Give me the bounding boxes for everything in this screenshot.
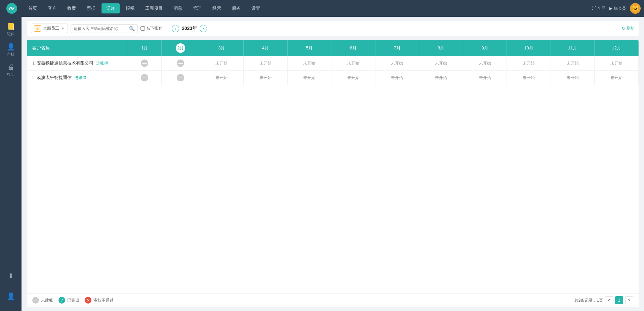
legend-not-created-label: 未建账 (41, 298, 53, 303)
audit-icon: 👤 (7, 43, 15, 51)
table-body: 1安徽畅捷通信息技术有限公司进账簿——未开始未开始未开始未开始未开始未开始未开始… (27, 56, 639, 85)
row-0-month-2: — (162, 56, 200, 71)
logo (3, 3, 20, 14)
nav-customer[interactable]: 客户 (43, 3, 61, 13)
search-input[interactable] (74, 26, 128, 31)
completed-icon: ✓ (58, 297, 65, 304)
row-1-month-6: 未开始 (331, 71, 375, 85)
row-name: 漠澳太平畅捷通信 (37, 75, 72, 80)
entry-link[interactable]: 进账簿 (96, 61, 108, 66)
download-icon: ⬇ (8, 272, 14, 280)
vip-button[interactable]: ▶ 畅会员 (609, 6, 626, 11)
legend-rejected-label: 审核不通过 (93, 298, 114, 303)
not-created-icon: — (32, 297, 39, 304)
row-0-month-6: 未开始 (331, 56, 375, 71)
row-0-month-7: 未开始 (375, 56, 419, 71)
current-month-circle: 2月 (176, 43, 185, 53)
content-area: 全 全部员工 ▼ 🔍 名下账套 ‹ 2023年 › ↻ 刷新 (22, 17, 644, 311)
nav-business[interactable]: 工商项目 (140, 3, 167, 13)
row-0-month-10: 未开始 (507, 56, 551, 71)
col-sep: 9月 (463, 40, 507, 56)
legend-not-created: — 未建账 (32, 297, 53, 304)
avatar[interactable]: 🐱 (630, 3, 641, 14)
col-name: 客户名称 (27, 40, 128, 56)
col-jul: 7月 (375, 40, 419, 56)
col-may: 5月 (287, 40, 331, 56)
nav-manage[interactable]: 管理 (188, 3, 206, 13)
main-layout: 📒 记账 👤 审核 🖨 打印 ⬇ 👤 全 全部员工 ▼ (0, 17, 644, 311)
row-0-month-4: 未开始 (244, 56, 288, 71)
col-mar: 3月 (200, 40, 244, 56)
row-name: 安徽畅捷通信息技术有限公司 (37, 61, 93, 66)
row-num: 1 (32, 61, 35, 66)
row-1-month-3: 未开始 (200, 71, 244, 85)
col-feb: 2月 (162, 40, 200, 56)
nav-tax[interactable]: 报税 (121, 3, 139, 13)
refresh-button[interactable]: ↻ 刷新 (622, 26, 635, 31)
row-1-month-7: 未开始 (375, 71, 419, 85)
row-1-month-2: — (162, 71, 200, 85)
col-dec: 12月 (595, 40, 639, 56)
user-icon: 👤 (7, 292, 15, 300)
row-num: 2 (32, 75, 35, 80)
table-row: 2漠澳太平畅捷通信进账簿——未开始未开始未开始未开始未开始未开始未开始未开始未开… (27, 71, 639, 85)
prev-year-button[interactable]: ‹ (172, 25, 179, 32)
svg-point-1 (11, 7, 12, 9)
col-jan: 1月 (128, 40, 162, 56)
next-year-button[interactable]: › (200, 25, 207, 32)
sidebar-item-print[interactable]: 🖨 打印 (1, 61, 20, 79)
nav-operation[interactable]: 经营 (208, 3, 226, 13)
refresh-icon: ↻ (622, 26, 625, 31)
row-0-month-12: 未开始 (595, 56, 639, 71)
top-nav: 首页 客户 收费 票据 记账 报税 工商项目 消息 管理 经营 服务 设置 ⛶ … (0, 0, 644, 17)
nav-message[interactable]: 消息 (169, 3, 187, 13)
nav-settings[interactable]: 设置 (247, 3, 265, 13)
prev-page-button[interactable]: < (605, 296, 613, 304)
mine-checkbox[interactable]: 名下账套 (140, 26, 162, 31)
sidebar-item-print-label: 打印 (7, 72, 14, 77)
col-aug: 8月 (419, 40, 463, 56)
refresh-label: 刷新 (627, 26, 635, 31)
fullscreen-button[interactable]: ⛶ 全屏 (592, 6, 605, 11)
row-1-month-8: 未开始 (419, 71, 463, 85)
row-1-month-4: 未开始 (244, 71, 288, 85)
sidebar-item-account-label: 记账 (7, 32, 14, 37)
entry-link[interactable]: 进账簿 (74, 75, 86, 80)
sidebar-item-account[interactable]: 📒 记账 (1, 20, 20, 39)
mine-checkbox-input[interactable] (140, 26, 145, 31)
toolbar: 全 全部员工 ▼ 🔍 名下账套 ‹ 2023年 › ↻ 刷新 (27, 21, 639, 36)
status-icon-dash: — (177, 74, 184, 81)
nav-invoice[interactable]: 票据 (82, 3, 100, 13)
nav-home[interactable]: 首页 (24, 3, 42, 13)
row-1-month-9: 未开始 (463, 71, 507, 85)
rejected-icon: ✕ (85, 297, 91, 304)
employee-select[interactable]: 全 全部员工 ▼ (31, 24, 68, 33)
mine-label: 名下账套 (146, 26, 162, 31)
col-jun: 6月 (331, 40, 375, 56)
search-input-wrap[interactable]: 🔍 (71, 24, 138, 33)
nav-right: ⛶ 全屏 ▶ 畅会员 🐱 (592, 3, 641, 14)
employee-label: 全部员工 (43, 26, 59, 31)
sidebar-item-audit-label: 审核 (7, 52, 14, 57)
row-0-month-11: 未开始 (551, 56, 595, 71)
employee-tag: 全 (34, 25, 41, 32)
nav-charge[interactable]: 收费 (63, 3, 81, 13)
col-apr: 4月 (244, 40, 288, 56)
row-0-month-1: — (128, 56, 162, 71)
row-1-name-cell: 2漠澳太平畅捷通信进账簿 (27, 71, 128, 85)
nav-account[interactable]: 记账 (102, 3, 120, 13)
sidebar-item-download[interactable]: ⬇ (1, 267, 20, 285)
sidebar-item-audit[interactable]: 👤 审核 (1, 40, 20, 59)
nav-items: 首页 客户 收费 票据 记账 报税 工商项目 消息 管理 经营 服务 设置 (24, 3, 592, 13)
sidebar: 📒 记账 👤 审核 🖨 打印 ⬇ 👤 (0, 17, 22, 311)
next-page-button[interactable]: > (625, 296, 633, 304)
nav-service[interactable]: 服务 (227, 3, 245, 13)
row-1-month-11: 未开始 (551, 71, 595, 85)
vip-icon: ▶ (609, 6, 612, 11)
table-row: 1安徽畅捷通信息技术有限公司进账簿——未开始未开始未开始未开始未开始未开始未开始… (27, 56, 639, 71)
col-oct: 10月 (507, 40, 551, 56)
status-icon-dash: — (177, 60, 184, 67)
legend-completed: ✓ 已完成 (58, 297, 79, 304)
sidebar-item-user[interactable]: 👤 (1, 287, 20, 306)
chevron-down-icon: ▼ (61, 27, 65, 30)
